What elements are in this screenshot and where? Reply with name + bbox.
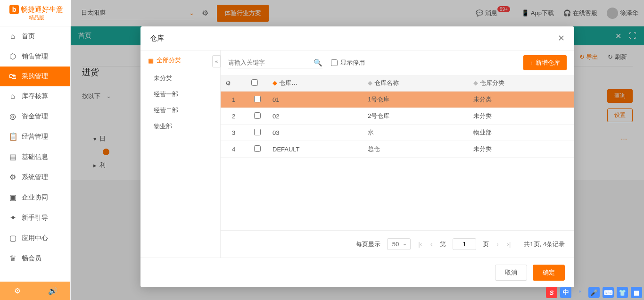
sidebar-item-member[interactable]: ♛畅会员 [0, 248, 70, 268]
ime-keyboard-icon[interactable]: ⌨ [603, 287, 614, 298]
category-item[interactable]: 物业部 [140, 118, 220, 134]
page-input[interactable] [453, 238, 476, 250]
col-checkall[interactable] [247, 75, 268, 92]
ime-mic-icon[interactable]: 🎤 [588, 287, 600, 298]
close-icon[interactable]: ✕ [558, 33, 565, 43]
sidebar-settings-icon[interactable]: ⚙ [0, 282, 35, 300]
sidebar-item-system[interactable]: ⚙系统管理 [0, 167, 70, 187]
ime-toolbar: S 中 ° 🎤 ⌨ 👕 ▦ [546, 287, 642, 298]
row-checkbox[interactable] [254, 145, 261, 152]
star-icon: ✦ [8, 213, 17, 222]
per-page-select[interactable]: 50 [387, 238, 411, 250]
row-checkbox[interactable] [254, 112, 261, 119]
category-item[interactable]: 未分类 [140, 70, 220, 86]
add-warehouse-button[interactable]: + 新增仓库 [523, 55, 567, 70]
select-all-checkbox[interactable] [251, 79, 258, 86]
logo-subtitle: 精品版 [29, 14, 44, 21]
modal-main: 🔍 显示停用 + 新增仓库 [221, 50, 574, 258]
sort-icon: ◆ [272, 79, 277, 86]
row-checkbox[interactable] [254, 96, 261, 102]
col-code[interactable]: ◆仓库… [268, 75, 363, 92]
logo[interactable]: b 畅捷通好生意 精品版 [6, 5, 67, 21]
ime-sogou-icon[interactable]: S [546, 287, 557, 298]
sidebar: ⌂首页 ⬡销售管理 🛍采购管理 ⌂库存核算 ◎资金管理 📋经营管理 ▤基础信息 … [0, 26, 71, 300]
sidebar-item-sales[interactable]: ⬡销售管理 [0, 46, 70, 67]
category-item[interactable]: 经营二部 [140, 102, 220, 118]
search-icon[interactable]: 🔍 [314, 58, 322, 67]
building-icon: ▣ [8, 193, 17, 202]
ime-toolbox-icon[interactable]: ▦ [631, 287, 642, 298]
per-page-label: 每页显示 [356, 240, 380, 249]
sidebar-item-guide[interactable]: ✦新手引导 [0, 208, 70, 228]
plus-icon: + [530, 59, 534, 67]
table-row[interactable]: 1 01 1号仓库 未分类 [221, 92, 574, 108]
page-summary: 共1页, 4条记录 [524, 240, 565, 249]
logo-icon: b [9, 5, 19, 14]
main-area: 首页 ✕ ⛶ 打印 ⌄ ↻ 导出 ↻ 刷新 进货 按以下 ⌄ 查询 设置 [71, 26, 644, 300]
gear-outline-icon: ⚙ [8, 173, 17, 182]
show-disabled-checkbox[interactable]: 显示停用 [331, 58, 365, 67]
table-row[interactable]: 3 03 水 物业部 [221, 125, 574, 141]
prev-page-icon[interactable]: ‹ [429, 241, 433, 248]
next-page-icon[interactable]: › [495, 241, 499, 248]
grid-fill-icon: ▦ [148, 57, 154, 64]
sidebar-item-home[interactable]: ⌂首页 [0, 26, 70, 46]
coin-icon: ◎ [8, 112, 17, 121]
clipboard-icon: 📋 [8, 132, 17, 141]
search-input[interactable] [228, 57, 314, 68]
sidebar-item-collab[interactable]: ▣企业协同 [0, 187, 70, 208]
table-row[interactable]: 4 DEFAULT 总仓 未分类 [221, 141, 574, 158]
col-category[interactable]: ◆仓库分类 [469, 75, 574, 92]
warehouse-table: ⚙ ◆仓库… ◆仓库名称 ◆仓库分类 1 [221, 75, 574, 158]
sidebar-sound-icon[interactable]: 🔊 [35, 282, 71, 300]
modal-overlay: 仓库 ✕ « ▦ 全部分类 未分类 经营一部 经营二部 物业部 [71, 0, 644, 300]
col-settings[interactable]: ⚙ [221, 75, 247, 92]
house-icon: ⌂ [8, 92, 17, 100]
modal-header: 仓库 ✕ [140, 26, 574, 50]
ime-skin-icon[interactable]: 👕 [617, 287, 628, 298]
sort-icon: ◆ [368, 79, 372, 86]
ime-punct-icon[interactable]: ° [574, 287, 586, 298]
category-item[interactable]: 经营一部 [140, 86, 220, 102]
modal-title: 仓库 [150, 34, 164, 43]
sidebar-item-operation[interactable]: 📋经营管理 [0, 126, 70, 147]
ime-lang-icon[interactable]: 中 [560, 287, 571, 298]
pagination: 每页显示 50 |‹ ‹ 第 页 › ›| 共1页, 4条记录 [221, 230, 574, 258]
last-page-icon[interactable]: ›| [506, 241, 512, 248]
table-row[interactable]: 2 02 2号仓库 未分类 [221, 108, 574, 125]
category-sidebar: « ▦ 全部分类 未分类 经营一部 经营二部 物业部 [140, 50, 221, 258]
modal-footer: 取消 确定 [140, 258, 574, 287]
sidebar-bottom-bar: ⚙ 🔊 [0, 282, 70, 300]
cancel-button[interactable]: 取消 [495, 265, 527, 281]
sidebar-item-inventory[interactable]: ⌂库存核算 [0, 86, 70, 106]
category-all[interactable]: ▦ 全部分类 [140, 50, 220, 70]
list-icon: ▤ [8, 152, 17, 161]
row-checkbox[interactable] [254, 129, 261, 135]
search-wrap: 🔍 [228, 57, 322, 68]
sidebar-item-basicinfo[interactable]: ▤基础信息 [0, 147, 70, 167]
collapse-icon[interactable]: « [212, 55, 221, 67]
ok-button[interactable]: 确定 [533, 265, 565, 281]
sidebar-item-purchase[interactable]: 🛍采购管理 [0, 67, 70, 86]
logo-text: 畅捷通好生意 [21, 5, 63, 14]
bag-icon: 🛍 [8, 72, 17, 81]
sort-icon: ◆ [473, 79, 478, 86]
first-page-icon[interactable]: |‹ [417, 241, 423, 248]
sidebar-item-funds[interactable]: ◎资金管理 [0, 106, 70, 126]
hexagon-icon: ⬡ [8, 52, 17, 61]
home-icon: ⌂ [8, 32, 17, 41]
modal-toolbar: 🔍 显示停用 + 新增仓库 [221, 50, 574, 75]
grid-icon: ▢ [8, 233, 17, 242]
warehouse-modal: 仓库 ✕ « ▦ 全部分类 未分类 经营一部 经营二部 物业部 [140, 26, 574, 287]
sidebar-item-appcenter[interactable]: ▢应用中心 [0, 228, 70, 248]
show-disabled-input[interactable] [331, 59, 338, 66]
col-name[interactable]: ◆仓库名称 [363, 75, 469, 92]
crown-icon: ♛ [8, 254, 17, 263]
